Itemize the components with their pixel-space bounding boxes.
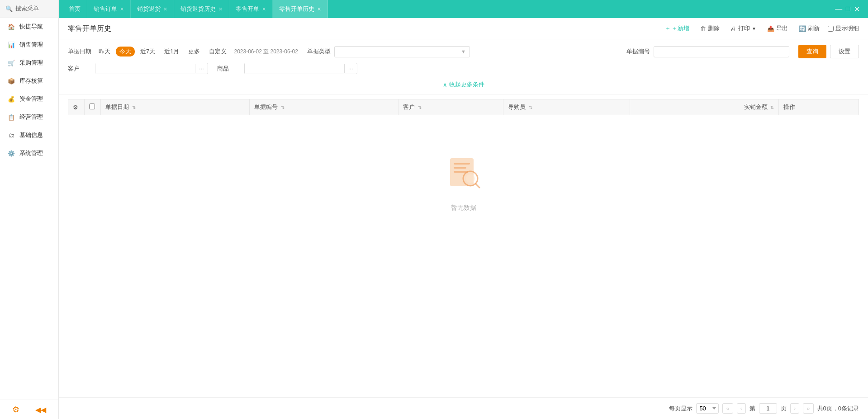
collapse-filter-btn[interactable]: ∧ 收起更多条件 [68,79,859,89]
th-no[interactable]: 单据编号 ⇅ [250,99,398,115]
minimize-btn[interactable]: — [835,5,842,13]
sidebar-search-label: 搜索采单 [15,5,39,13]
filter-row-1: 单据日期 昨天 今天 近7天 近1月 更多 自定义 2023-06-02 至 2… [68,45,859,58]
show-detail-label: 显示明细 [835,24,859,33]
sidebar-bottom: ⚙ ◀◀ [0,400,58,419]
export-button[interactable]: 📤 导出 [764,23,791,34]
tab-retail-open-hist-close[interactable]: ✕ [317,6,321,12]
date-opt-1month[interactable]: 近1月 [161,47,183,56]
page-number-input[interactable]: 1 [759,403,777,414]
delete-label: 删除 [708,24,720,33]
print-icon: 🖨 [730,25,736,32]
close-btn[interactable]: ✕ [854,5,860,14]
th-date-label: 单据日期 [105,104,129,110]
tab-sales-return-hist[interactable]: 销货退货历史 ✕ [174,0,229,18]
query-button[interactable]: 查询 [798,45,826,58]
empty-illustration [441,151,486,197]
home-icon: 🏠 [7,22,16,31]
first-page-btn[interactable]: « [722,403,733,414]
th-date[interactable]: 单据日期 ⇅ [101,99,250,115]
sidebar-item-purchase-mgmt[interactable]: 🛒 采购管理 [0,54,58,72]
tab-sales-order-close[interactable]: ✕ [120,6,124,12]
th-guide[interactable]: 导购员 ⇅ [503,99,630,115]
tab-retail-open-hist[interactable]: 零售开单历史 ✕ [273,0,328,18]
sidebar-item-finance[interactable]: 💰 资金管理 [0,90,58,108]
page-total: 共0页，0条记录 [817,405,859,413]
export-icon: 📤 [767,25,774,32]
add-icon: ＋ [665,24,671,33]
svg-rect-2 [454,167,466,169]
date-opt-custom[interactable]: 自定义 [205,47,230,56]
tab-retail-open-close[interactable]: ✕ [262,6,266,12]
th-customer-label: 客户 [403,104,415,110]
filter-docno-input[interactable] [654,46,789,57]
tab-retail-open-label: 零售开单 [236,5,259,13]
sidebar-item-quick-nav[interactable]: 🏠 快捷导航 [0,18,58,36]
print-button[interactable]: 🖨 打印 ▼ [728,23,759,34]
tab-sales-order[interactable]: 销售订单 ✕ [87,0,131,18]
table-area: ⚙ 单据日期 ⇅ 单据编号 ⇅ 客户 [59,94,868,397]
next-page-btn[interactable]: › [790,403,799,414]
sidebar-item-label: 系统管理 [19,149,43,157]
date-opt-today[interactable]: 今天 [116,47,135,56]
filter-goods-ellipsis[interactable]: ··· [344,64,357,73]
tab-home[interactable]: 首页 [62,0,87,18]
settings-bottom-btn[interactable]: ⚙ [12,405,19,414]
add-button[interactable]: ＋ + 新增 [662,23,692,34]
show-detail-checkbox[interactable] [828,26,834,32]
th-checkbox[interactable] [85,99,101,115]
tab-sales-return[interactable]: 销货退货 ✕ [131,0,174,18]
table-header-row: ⚙ 单据日期 ⇅ 单据编号 ⇅ 客户 [68,99,859,115]
sort-guide-icon: ⇅ [529,105,532,110]
th-guide-label: 导购员 [508,104,526,110]
tab-retail-open[interactable]: 零售开单 ✕ [229,0,273,18]
pagination: 每页显示 50 10 20 100 « ‹ 第 1 页 › » 共0页，0条记录 [59,397,868,419]
sidebar-item-basic-info[interactable]: 🗂 基础信息 [0,126,58,144]
toolbar: ＋ + 新增 🗑 删除 🖨 打印 ▼ 📤 导出 🔄 [662,23,859,34]
filter-doctype-item: 单据类型 ▼ [307,46,617,57]
refresh-button[interactable]: 🔄 刷新 [796,23,822,34]
settings-button[interactable]: 设置 [830,45,859,58]
filter-doctype-select-wrap: ▼ [334,46,470,57]
delete-icon: 🗑 [700,25,706,32]
per-page-select[interactable]: 50 10 20 100 [696,403,719,414]
filter-area: 单据日期 昨天 今天 近7天 近1月 更多 自定义 2023-06-02 至 2… [59,39,868,94]
date-opt-7days[interactable]: 近7天 [137,47,159,56]
delete-button[interactable]: 🗑 删除 [697,23,722,34]
sidebar-search[interactable]: 🔍 搜索采单 [0,0,58,18]
sidebar-item-sys-mgmt[interactable]: ⚙️ 系统管理 [0,144,58,162]
filter-goods-input[interactable] [245,63,344,74]
maximize-btn[interactable]: □ [846,5,850,13]
filter-customer-input[interactable] [95,63,195,74]
tab-sales-return-close[interactable]: ✕ [163,6,167,12]
th-amount[interactable]: 实销金额 ⇅ [630,99,779,115]
sidebar: 🔍 搜索采单 🏠 快捷导航 📊 销售管理 🛒 采购管理 📦 库存核算 💰 资金管… [0,0,59,419]
tab-sales-return-hist-close[interactable]: ✕ [218,6,223,12]
sort-no-icon: ⇅ [281,105,285,110]
refresh-label: 刷新 [808,24,820,33]
collapse-icon: ∧ [443,81,447,88]
filter-doctype-select[interactable] [335,47,457,57]
tab-home-label: 首页 [69,5,81,13]
sidebar-item-label: 基础信息 [19,131,43,139]
date-opt-yesterday[interactable]: 昨天 [95,47,114,56]
filter-customer-ellipsis[interactable]: ··· [195,64,208,73]
tab-sales-return-label: 销货退货 [137,5,161,13]
sidebar-item-operations[interactable]: 📋 经营管理 [0,108,58,126]
sys-icon: ⚙️ [7,149,16,158]
sidebar-item-sales-mgmt[interactable]: 📊 销售管理 [0,36,58,54]
select-all-checkbox[interactable] [89,104,95,109]
main-area: 首页 销售订单 ✕ 销货退货 ✕ 销货退货历史 ✕ 零售开单 ✕ 零售开单历史 … [59,0,868,419]
prev-page-btn[interactable]: ‹ [737,403,746,414]
collapse-sidebar-btn[interactable]: ◀◀ [35,405,46,414]
show-detail-checkbox-wrap[interactable]: 显示明细 [828,24,859,33]
tab-sales-order-label: 销售订单 [94,5,117,13]
th-customer[interactable]: 客户 ⇅ [398,99,503,115]
sidebar-item-inventory[interactable]: 📦 库存核算 [0,72,58,90]
last-page-btn[interactable]: » [803,403,813,414]
date-opt-more[interactable]: 更多 [185,47,204,56]
th-gear[interactable]: ⚙ [68,99,85,115]
per-page-label: 每页显示 [669,405,693,413]
operations-icon: 📋 [7,113,16,122]
page-header: 零售开单历史 ＋ + 新增 🗑 删除 🖨 打印 ▼ 📤 导出 [59,18,868,39]
